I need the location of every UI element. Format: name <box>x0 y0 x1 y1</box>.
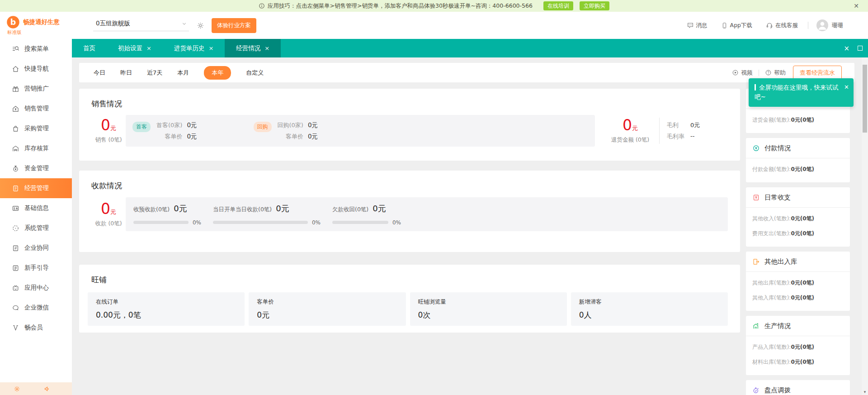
tab-home[interactable]: 首页 <box>72 39 107 57</box>
tab-purchase-history[interactable]: 进货单历史 × <box>163 39 225 57</box>
range-7days[interactable]: 近7天 <box>147 69 162 77</box>
range-custom[interactable]: 自定义 <box>246 69 264 77</box>
sidebar-item-base-info[interactable]: 基础信息 <box>0 198 72 218</box>
section-title: 盘点调拨 <box>764 386 791 395</box>
fullscreen-icon[interactable] <box>858 46 863 51</box>
experience-plan-button[interactable]: 体验行业方案 <box>212 18 256 33</box>
repeat-customer-value: 0元 <box>308 121 318 129</box>
tab-close-icon[interactable]: × <box>208 45 213 52</box>
avatar[interactable] <box>816 19 828 31</box>
announcement-icon[interactable] <box>44 385 51 392</box>
sidebar-item-collab[interactable]: 企业协同 <box>0 238 72 258</box>
video-link[interactable]: 视频 <box>732 69 753 77</box>
sidebar-item-search-menu[interactable]: 搜索菜单 <box>0 39 72 59</box>
sidebar-item-marketing[interactable]: 营销推广 <box>0 79 72 99</box>
online-service-link[interactable]: 在线客服 <box>766 22 798 29</box>
tab-close-icon[interactable]: × <box>264 45 269 52</box>
collection-detail-box: 收预收款(0笔)0元 0% 当日开单当日收款(0笔)0元 0% 欠款收回(0笔)… <box>126 197 728 231</box>
panel-row: 其他收入(笔数):0元(0笔) <box>752 215 844 223</box>
repeat-customer-group: 回购 回购(0家) 0元 客单价 0元 <box>254 121 318 141</box>
first-avg-label: 客单价 <box>156 133 182 141</box>
collection-amount-label: 收款 (0笔) <box>91 220 126 228</box>
sidebar-item-app-center[interactable]: 应用中心 <box>0 278 72 298</box>
metric-label: 收预收款(0笔) <box>133 206 170 214</box>
sales-house-icon <box>12 105 19 113</box>
org-settings-gear-icon[interactable] <box>197 22 204 29</box>
messages-link[interactable]: 消息 <box>687 22 708 29</box>
sales-detail-box: 首客 首客(0家) 0元 客单价 0元 <box>126 115 595 147</box>
sidebar-item-sales[interactable]: 销售管理 <box>0 99 72 119</box>
vertical-scrollbar[interactable]: ▾ <box>862 57 868 395</box>
sidebar-item-purchase[interactable]: 采购管理 <box>0 119 72 138</box>
coin-icon <box>752 144 760 152</box>
sidebar-item-label: 企业微信 <box>24 304 49 312</box>
row-label: 其他出库(笔数): <box>752 280 791 286</box>
view-business-flow-button[interactable]: 查看经营流水 <box>793 66 842 80</box>
scrollbar-thumb[interactable] <box>863 65 867 133</box>
sidebar-item-business[interactable]: 经营管理 <box>0 178 72 198</box>
metric-value: 0元 <box>373 203 386 214</box>
date-filter-bar: 今日 昨日 近7天 本月 本年 自定义 视频 <box>79 63 854 82</box>
collection-card-title: 收款情况 <box>91 181 728 191</box>
sidebar-item-guide[interactable]: 新手引导 <box>0 258 72 278</box>
tooltip-text: 全屏功能在这里哦，快来试试吧~ <box>755 84 839 100</box>
range-today[interactable]: 今日 <box>94 69 105 77</box>
first-customer-group: 首客 首客(0家) 0元 客单价 0元 <box>132 121 197 141</box>
range-year-active[interactable]: 本年 <box>204 66 231 80</box>
sidebar-item-quick-nav[interactable]: 快捷导航 <box>0 59 72 79</box>
sidebar-item-member[interactable]: 畅会员 <box>0 318 72 338</box>
section-title: 其他出入库 <box>764 257 797 266</box>
close-all-tabs-icon[interactable]: × <box>844 44 849 52</box>
notice-close-icon[interactable]: ✕ <box>854 2 859 10</box>
sidebar-item-label: 应用中心 <box>24 284 49 292</box>
sidebar-item-inventory[interactable]: 库存核算 <box>0 138 72 158</box>
progress-bar <box>133 221 189 224</box>
tile-label: 新增潜客 <box>579 298 720 306</box>
metric-value: 0元 <box>276 203 289 214</box>
home-icon <box>12 65 19 73</box>
section-title: 日常收支 <box>764 193 791 202</box>
sidebar-item-system[interactable]: 系统管理 <box>0 218 72 238</box>
stock-icon <box>752 258 760 266</box>
online-training-button[interactable]: 在线培训 <box>543 1 573 10</box>
org-select[interactable]: 0五组旗舰版 <box>93 19 189 31</box>
buy-now-button[interactable]: 立即购买 <box>580 1 609 10</box>
collection-amount-block: 0元 收款 (0笔) <box>91 201 126 228</box>
first-customer-badge: 首客 <box>132 122 151 132</box>
tile-label: 旺铺浏览量 <box>418 298 559 306</box>
progress-bar <box>332 221 388 224</box>
tab-business-status[interactable]: 经营情况 × <box>225 39 281 57</box>
sales-card: 销售情况 0元 销售 (0笔) 首客 <box>79 89 740 161</box>
video-label: 视频 <box>741 69 753 77</box>
vertical-divider <box>659 118 660 144</box>
sidebar-item-funds[interactable]: 资金管理 <box>0 158 72 178</box>
range-yesterday[interactable]: 昨日 <box>120 69 132 77</box>
guide-icon <box>12 264 19 272</box>
first-customer-value: 0元 <box>187 121 197 129</box>
tab-label: 首页 <box>83 44 95 52</box>
online-service-label: 在线客服 <box>775 22 798 29</box>
repeat-avg-label: 客单价 <box>278 133 303 141</box>
shop-card: 旺铺 在线订单 0.00元，0笔 客单价 0元 <box>79 265 740 333</box>
profit-value: 0元 <box>690 121 700 129</box>
repeat-customer-label: 回购(0家) <box>278 121 303 129</box>
sidebar-item-wechat[interactable]: 企业微信 <box>0 298 72 318</box>
settings-gear-icon[interactable] <box>14 385 20 392</box>
panel-row: 费用支出(笔数):0元(0笔) <box>752 230 844 238</box>
tooltip-close-icon[interactable]: ✕ <box>844 83 849 92</box>
shopping-bag-icon <box>12 125 19 133</box>
row-value: 0元(0笔) <box>791 280 814 286</box>
shop-card-title: 旺铺 <box>91 275 728 285</box>
debt-recovery-metric: 欠款收回(0笔)0元 0% <box>332 203 401 226</box>
tab-close-icon[interactable]: × <box>146 45 151 52</box>
range-month[interactable]: 本月 <box>177 69 189 77</box>
progress-bar <box>213 221 308 224</box>
scroll-down-arrow[interactable]: ▾ <box>862 390 868 394</box>
app-download-link[interactable]: App下载 <box>721 22 752 29</box>
brand-logo-icon: b <box>6 15 20 29</box>
sales-amount-label: 销售 (0笔) <box>91 136 126 144</box>
shop-views-tile: 旺铺浏览量 0次 <box>410 292 567 326</box>
username: 珊珊 <box>832 22 843 29</box>
tab-initial-setup[interactable]: 初始设置 × <box>107 39 163 57</box>
help-link[interactable]: 帮助 <box>765 69 786 77</box>
